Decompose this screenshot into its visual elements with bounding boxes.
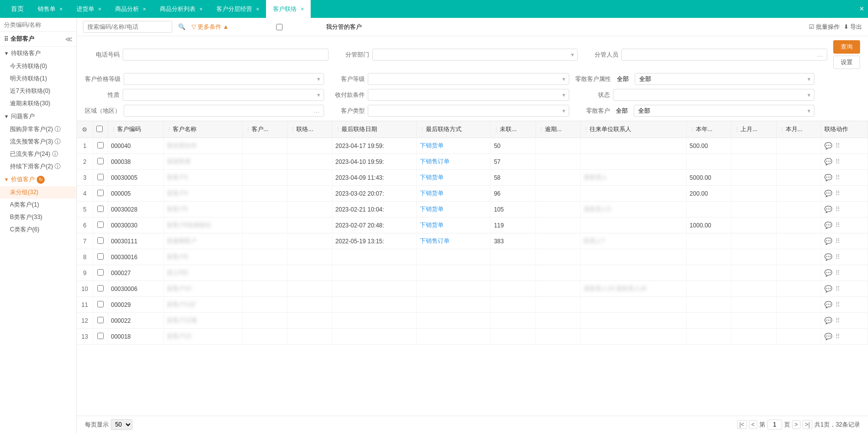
tab-close-sales[interactable]: ×: [60, 6, 63, 12]
chat-icon[interactable]: 💬: [824, 237, 832, 245]
qr-icon[interactable]: ⠿: [835, 158, 840, 165]
last-method-link[interactable]: 下销货单: [420, 206, 444, 213]
chat-icon[interactable]: 💬: [824, 206, 832, 213]
filter-select-customer-type[interactable]: [368, 105, 569, 117]
chat-icon[interactable]: 💬: [824, 142, 832, 149]
filter-select-payment[interactable]: [368, 89, 569, 101]
qr-icon[interactable]: ⠿: [835, 333, 840, 340]
row-checkbox[interactable]: [97, 158, 104, 164]
tab-close-analysis[interactable]: ×: [143, 6, 146, 12]
sidebar-item-declining[interactable]: 持续下滑客户(2) ⓘ: [0, 160, 76, 173]
filter-select-dept[interactable]: [372, 49, 578, 61]
sidebar-group-problem[interactable]: ▼ 问题客户: [0, 110, 76, 123]
chat-icon[interactable]: 💬: [824, 269, 832, 277]
qr-icon[interactable]: ⠿: [835, 253, 840, 261]
sidebar-all-customers[interactable]: ⠿ 全部客户 ≪: [0, 32, 76, 47]
row-checkbox[interactable]: [97, 206, 104, 212]
page-input[interactable]: [767, 420, 782, 430]
tab-close-purchase[interactable]: ×: [98, 6, 101, 12]
qr-icon[interactable]: ⠿: [835, 190, 840, 197]
row-checkbox[interactable]: [97, 333, 104, 339]
filter-select-customer-level[interactable]: [368, 73, 569, 85]
last-method-link[interactable]: 下销货单: [420, 142, 444, 149]
qr-icon[interactable]: ⠿: [835, 317, 840, 324]
sidebar-item-class-c[interactable]: C类客户(6): [0, 223, 76, 236]
qr-icon[interactable]: ⠿: [835, 174, 840, 181]
chat-icon[interactable]: 💬: [824, 285, 832, 292]
sidebar-group-pending[interactable]: ▼ 待联络客户: [0, 47, 76, 60]
row-checkbox[interactable]: [97, 269, 104, 276]
col-settings[interactable]: ⚙: [77, 121, 93, 138]
window-close-button[interactable]: ×: [860, 4, 864, 13]
sidebar-item-overdue[interactable]: 逾期未联络(30): [0, 97, 76, 110]
row-checkbox[interactable]: [97, 174, 104, 180]
chat-icon[interactable]: 💬: [824, 190, 832, 197]
chat-icon[interactable]: 💬: [824, 301, 832, 308]
sidebar-item-churn-warning[interactable]: 流失预警客户(3) ⓘ: [0, 136, 76, 148]
filter-select-scattered[interactable]: 全部: [634, 105, 814, 117]
qr-icon[interactable]: ⠿: [835, 142, 840, 149]
filter-select-nature[interactable]: [123, 89, 324, 101]
select-all-checkbox[interactable]: [96, 126, 103, 132]
sidebar-item-class-b[interactable]: B类客户(33): [0, 211, 76, 223]
qr-icon[interactable]: ⠿: [835, 206, 840, 213]
sidebar-item-7days[interactable]: 近7天待联络(0): [0, 85, 76, 97]
sidebar-item-today[interactable]: 今天待联络(0): [0, 60, 76, 72]
last-method-link[interactable]: 下销货单: [420, 221, 444, 228]
chat-icon[interactable]: 💬: [824, 174, 832, 181]
reset-button[interactable]: 设置: [833, 56, 860, 69]
chat-icon[interactable]: 💬: [824, 317, 832, 324]
chat-icon[interactable]: 💬: [824, 253, 832, 261]
last-method-link[interactable]: 下销货单: [420, 190, 444, 197]
col-checkbox-header[interactable]: [93, 121, 108, 138]
nav-tab-analysis-list[interactable]: 商品分析列表 ×: [153, 0, 209, 18]
filter-select-price-level[interactable]: [124, 73, 324, 85]
page-first-btn[interactable]: |<: [737, 420, 747, 429]
row-checkbox[interactable]: [97, 221, 104, 228]
my-customers-check-input[interactable]: [235, 24, 324, 30]
page-last-btn[interactable]: >|: [802, 420, 812, 429]
qr-icon[interactable]: ⠿: [835, 285, 840, 292]
filter-input-phone[interactable]: [123, 49, 329, 61]
nav-tab-customer-segment[interactable]: 客户分层经营 ×: [209, 0, 266, 18]
sidebar-item-hoarding[interactable]: 囤购异常客户(2) ⓘ: [0, 123, 76, 136]
nav-tab-customer-contact[interactable]: 客户联络 ×: [266, 0, 311, 18]
sidebar-item-churned[interactable]: 已流失客户(24) ⓘ: [0, 148, 76, 160]
qr-icon[interactable]: ⠿: [835, 237, 840, 245]
row-checkbox[interactable]: [97, 285, 104, 291]
qr-icon[interactable]: ⠿: [835, 221, 840, 229]
nav-tab-sales[interactable]: 销售单 ×: [31, 0, 69, 18]
page-prev-btn[interactable]: <: [749, 420, 757, 429]
query-button[interactable]: 查询: [833, 40, 860, 54]
tab-close-customer-contact[interactable]: ×: [301, 6, 304, 12]
nav-home[interactable]: 首页: [4, 0, 31, 18]
row-checkbox[interactable]: [97, 237, 104, 244]
last-method-link[interactable]: 下销售订单: [420, 237, 450, 244]
export-button[interactable]: ⬇ 导出: [844, 23, 862, 31]
page-next-btn[interactable]: >: [792, 420, 801, 429]
manager-dotmore[interactable]: …: [817, 51, 823, 58]
nav-tab-analysis[interactable]: 商品分析 ×: [108, 0, 153, 18]
my-customers-checkbox[interactable]: 我分管的客户: [235, 23, 362, 31]
sidebar-group-value[interactable]: ▼ 价值客户 ↻: [0, 173, 76, 186]
sidebar-item-class-a[interactable]: A类客户(1): [0, 199, 76, 211]
last-method-link[interactable]: 下销售订单: [420, 158, 450, 165]
sidebar-search-input[interactable]: [4, 21, 77, 28]
filter-select-status[interactable]: [613, 89, 814, 101]
row-checkbox[interactable]: [97, 190, 104, 196]
tab-close-customer-segment[interactable]: ×: [256, 6, 259, 12]
qr-icon[interactable]: ⠿: [835, 301, 840, 308]
sidebar-item-tomorrow[interactable]: 明天待联络(1): [0, 72, 76, 85]
region-dotmore[interactable]: …: [314, 107, 320, 114]
nav-tab-purchase[interactable]: 进货单 ×: [69, 0, 108, 18]
chat-icon[interactable]: 💬: [824, 158, 832, 165]
settings-icon[interactable]: ⚙: [82, 126, 87, 133]
chat-icon[interactable]: 💬: [824, 221, 832, 229]
sidebar-item-ungrouped[interactable]: 未分组(32): [0, 186, 76, 199]
filter-more-conditions[interactable]: ▽ 更多条件 ▲: [192, 23, 229, 31]
row-checkbox[interactable]: [97, 317, 104, 323]
tab-close-analysis-list[interactable]: ×: [200, 6, 202, 12]
search-input[interactable]: [83, 21, 172, 33]
filter-select-scattered-attr[interactable]: 全部: [635, 73, 814, 85]
chat-icon[interactable]: 💬: [824, 333, 832, 340]
